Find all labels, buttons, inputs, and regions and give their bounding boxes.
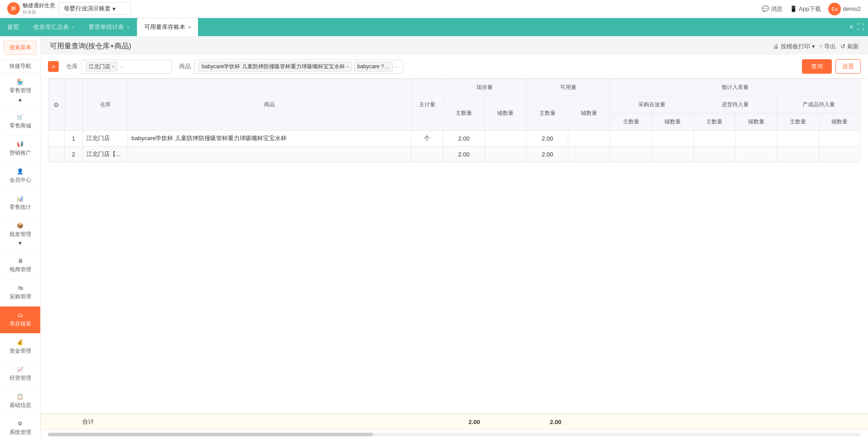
- retail-mgmt-icon: 🏪: [17, 79, 24, 85]
- footer-current-main: 2.00: [454, 419, 495, 425]
- tab-order-stats-close[interactable]: ×: [127, 24, 129, 30]
- print-btn[interactable]: 🖨 按模板打印 ▾: [773, 42, 815, 51]
- cell-product: babycare学饮杯 儿童防摔防撞吸管杯重力球吸嘴杯宝宝水杯: [128, 131, 411, 146]
- product-tag-1-remove[interactable]: ×: [346, 64, 349, 69]
- inventory-icon: 🗂: [18, 312, 23, 318]
- cell-current-aux: [485, 146, 526, 162]
- refresh-btn[interactable]: ↺ 刷新: [840, 42, 859, 51]
- logo-icon: 好: [7, 2, 20, 15]
- sidebar-item-basic-info[interactable]: 📋 基础信息: [0, 388, 40, 415]
- cell-pending-inbound-aux: [735, 146, 777, 162]
- cell-warehouse: 江北门店【...: [83, 146, 128, 162]
- footer-label: 合计: [82, 418, 155, 426]
- sidebar-item-purchase-mgmt[interactable]: 🛍 采购管理: [0, 279, 40, 307]
- warehouse-tag: 江北门店 ×: [85, 62, 118, 71]
- scroll-thumb[interactable]: [48, 433, 373, 436]
- logo-area: 好 畅捷通好生意 标准版: [7, 2, 55, 15]
- tab-close-all-btn[interactable]: ×: [849, 23, 854, 31]
- print-icon: 🖨: [773, 43, 779, 50]
- sidebar-item-finance-mgmt[interactable]: 💰 资金管理: [0, 334, 40, 361]
- cell-pending-product-in-main: [777, 131, 819, 146]
- tab-receive-send[interactable]: 收发存汇总表 ×: [26, 18, 81, 36]
- username: demo2: [843, 5, 861, 12]
- tab-home[interactable]: 首页: [0, 18, 26, 36]
- operations-icon: 📈: [17, 366, 24, 373]
- tab-available-stock-label: 可用量库存账本: [144, 23, 185, 31]
- finance-label: 资金管理: [9, 347, 31, 355]
- inventory-label: 库存核算: [9, 320, 31, 328]
- sidebar-item-operations-mgmt[interactable]: 📈 经营管理: [0, 361, 40, 388]
- app-download-btn[interactable]: 📱 App下载: [790, 5, 821, 13]
- th-pending-inbound-aux: 辅数量: [735, 113, 777, 131]
- ecommerce-label: 电商管理: [9, 266, 31, 274]
- table-footer: 合计 2.00 2.00: [41, 413, 868, 430]
- product-ellipsis[interactable]: ···: [395, 63, 400, 70]
- table-row: 1 江北门店 babycare学饮杯 儿童防摔防撞吸管杯重力球吸嘴杯宝宝水杯 个…: [48, 131, 861, 146]
- data-table: ⚙ 仓库 商品 主计量 现存量 可用量 预计入库量 主数量 辅数量 主数量: [48, 79, 861, 162]
- tab-order-stats[interactable]: 要货单统计表 ×: [81, 18, 137, 36]
- purchase-icon: 🛍: [18, 285, 23, 291]
- cell-pending-inbound-aux: [735, 131, 777, 146]
- cell-available-aux: [568, 131, 610, 146]
- product-filter-label: 商品: [179, 62, 191, 71]
- th-current-main: 主数量: [443, 96, 485, 131]
- tab-fullscreen-btn[interactable]: ⛶: [857, 23, 864, 31]
- system-label: 系统管理: [9, 429, 31, 436]
- cell-pending-inbound-main: [693, 146, 735, 162]
- ecommerce-icon: 🖥: [18, 258, 23, 264]
- th-available: 可用量: [527, 79, 610, 96]
- tab-available-stock[interactable]: 可用量库存账本 ×: [137, 18, 198, 36]
- gear-icon[interactable]: ⚙: [53, 101, 59, 109]
- sidebar: 搜索菜单 快捷导航 🏪 零售管理 ▲ 🛒 零售商城 📢 营销推广 👤 会员中心 …: [0, 36, 41, 439]
- sidebar-item-retail-mgmt[interactable]: 🏪 零售管理 ▲: [0, 73, 40, 109]
- main-layout: 搜索菜单 快捷导航 🏪 零售管理 ▲ 🛒 零售商城 📢 营销推广 👤 会员中心 …: [0, 36, 868, 439]
- sidebar-item-retail-mall[interactable]: 🛒 零售商城: [0, 109, 40, 136]
- message-btn[interactable]: 💬 消息: [762, 5, 783, 13]
- cell-current-main: 2.00: [443, 146, 485, 162]
- retail-mgmt-label: 零售管理: [9, 87, 31, 94]
- retail-stats-label: 零售统计: [9, 203, 31, 211]
- tab-order-stats-label: 要货单统计表: [89, 23, 124, 31]
- cell-purchase-transit-main: [610, 131, 651, 146]
- warehouse-tag-remove[interactable]: ×: [112, 64, 114, 69]
- th-pending-product-in-main: 主数量: [777, 113, 819, 131]
- retail-mgmt-arrow: ▲: [18, 96, 23, 103]
- sidebar-item-ecommerce-mgmt[interactable]: 🖥 电商管理: [0, 252, 40, 279]
- cell-unit: [411, 146, 443, 162]
- warehouse-ellipsis[interactable]: ···: [119, 63, 124, 70]
- cell-index: 2: [65, 146, 83, 162]
- user-menu[interactable]: Ea demo2: [828, 3, 861, 15]
- tab-receive-send-close[interactable]: ×: [71, 24, 74, 30]
- sidebar-quick-nav[interactable]: 快捷导航: [0, 60, 40, 73]
- company-dropdown-icon: ▾: [113, 5, 116, 12]
- sidebar-item-inventory-check[interactable]: 🗂 库存核算: [0, 307, 40, 334]
- th-product: 商品: [128, 79, 411, 131]
- product-filter-input[interactable]: babycare学饮杯 儿童防摔防撞吸管杯重力球吸嘴杯宝宝水杯 × babyca…: [194, 60, 403, 74]
- sidebar-item-retail-stats[interactable]: 📊 零售统计: [0, 190, 40, 217]
- sidebar-item-marketing[interactable]: 📢 营销推广: [0, 136, 40, 163]
- sidebar-item-system-mgmt[interactable]: ⚙ 系统管理: [0, 415, 40, 439]
- member-label: 会员中心: [9, 176, 31, 184]
- product-tag-2: babycare？...: [354, 62, 392, 71]
- sidebar-item-member-center[interactable]: 👤 会员中心: [0, 163, 40, 190]
- sidebar-item-wholesale-mgmt[interactable]: 📦 批发管理 ▼: [0, 217, 40, 252]
- th-settings: ⚙: [48, 79, 65, 131]
- settings-btn[interactable]: 设置: [835, 59, 861, 74]
- query-btn[interactable]: 查询: [802, 59, 832, 74]
- product-tag-1: babycare学饮杯 儿童防摔防撞吸管杯重力球吸嘴杯宝宝水杯 ×: [198, 62, 352, 71]
- warehouse-filter-group: 仓库 江北门店 × ···: [66, 60, 172, 74]
- search-menu-btn[interactable]: 搜索菜单: [4, 41, 37, 55]
- tab-available-stock-close[interactable]: ×: [188, 24, 191, 30]
- export-btn[interactable]: ↑ 导出: [820, 42, 836, 51]
- nav-tabs: 首页 收发存汇总表 × 要货单统计表 × 可用量库存账本 × × ⛶: [0, 18, 868, 36]
- th-index: [65, 79, 83, 131]
- retail-stats-icon: 📊: [17, 195, 24, 202]
- th-pending-product-in-aux: 辅数量: [819, 113, 860, 131]
- product-tag-1-value: babycare学饮杯 儿童防摔防撞吸管杯重力球吸嘴杯宝宝水杯: [202, 63, 345, 71]
- wholesale-icon: 📦: [17, 222, 24, 229]
- table-area: ⚙ 仓库 商品 主计量 现存量 可用量 预计入库量 主数量 辅数量 主数量: [41, 79, 868, 413]
- horizontal-scrollbar[interactable]: [41, 430, 868, 439]
- filter-expand-btn[interactable]: »: [48, 61, 59, 72]
- warehouse-filter-input[interactable]: 江北门店 × ···: [81, 60, 172, 74]
- company-selector[interactable]: 母婴行业演示账套 ▾: [59, 2, 131, 15]
